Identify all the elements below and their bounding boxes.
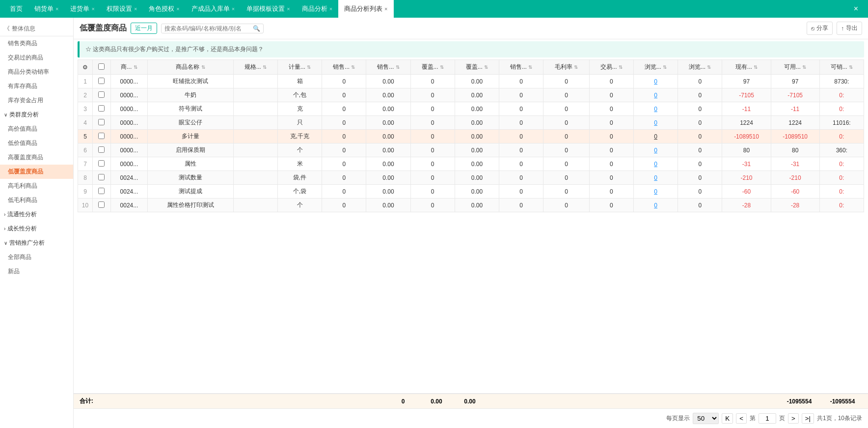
time-filter-button[interactable]: 近一月 (131, 23, 157, 34)
row-checkbox[interactable] (93, 199, 111, 212)
select-all-checkbox[interactable] (98, 63, 105, 70)
col-browse2[interactable]: 浏览... ⇅ (678, 60, 722, 75)
share-button[interactable]: ⎋ 分享 (807, 22, 833, 35)
table-row: 20000...牛奶个,包00.0000.0000000-7105-71050: (78, 88, 864, 102)
row-checkbox[interactable] (93, 88, 111, 102)
nav-template[interactable]: 单据模板设置 × (241, 0, 296, 18)
row-number: 4 (78, 116, 93, 130)
sidebar-item-sales-goods[interactable]: 销售类商品 (0, 36, 73, 51)
col-trade[interactable]: 交易... ⇅ (589, 60, 633, 75)
close-icon[interactable]: × (55, 6, 58, 12)
sidebar-item-traded-goods[interactable]: 交易过的商品 (0, 51, 73, 65)
sidebar-item-low-coverage[interactable]: 低覆盖度商品 (0, 165, 73, 179)
nav-purchase[interactable]: 进货单 × (64, 0, 100, 18)
row-name: 启用保质期 (148, 143, 233, 157)
col-gross-margin[interactable]: 毛利率 ⇅ (543, 60, 590, 75)
first-page-button[interactable]: K (722, 413, 733, 424)
col-name[interactable]: 商品名称 ⇅ (148, 60, 233, 75)
col-available[interactable]: 可用... ⇅ (771, 60, 819, 75)
row-checkbox[interactable] (93, 75, 111, 88)
row-current: -11 (722, 102, 771, 116)
chevron-down-icon: ∨ (4, 112, 7, 117)
nav-home[interactable]: 首页 (4, 0, 28, 18)
row-sellable: 8730: (819, 75, 864, 88)
close-icon[interactable]: × (176, 6, 179, 12)
row-checkbox[interactable] (93, 157, 111, 171)
window-close-button[interactable]: × (848, 4, 864, 13)
row-sales-amt: 0.00 (366, 130, 410, 143)
row-checkbox[interactable] (93, 102, 111, 116)
nav-product-analysis-list[interactable]: 商品分析列表 × (338, 0, 393, 18)
close-icon[interactable]: × (287, 6, 290, 12)
sidebar-item-high-profit[interactable]: 高毛利商品 (0, 179, 73, 193)
nav-sales[interactable]: 销货单 × (28, 0, 64, 18)
col-browse1[interactable]: 浏览... ⇅ (633, 60, 678, 75)
row-select-checkbox[interactable] (98, 105, 105, 112)
main-layout: 《 整体信息 销售类商品 交易过的商品 商品分类动销率 有库存商品 库存资金占用… (0, 18, 868, 428)
row-sales3: 0 (499, 185, 543, 199)
next-page-button[interactable]: > (788, 413, 799, 424)
close-icon[interactable]: × (232, 6, 235, 12)
close-icon[interactable]: × (91, 6, 94, 12)
col-cover2[interactable]: 覆盖... ⇅ (455, 60, 499, 75)
row-select-checkbox[interactable] (98, 174, 105, 180)
sidebar-group-marketing[interactable]: ∨ 营销推广分析 (0, 236, 73, 250)
row-select-checkbox[interactable] (98, 188, 105, 194)
sidebar-group-growth[interactable]: › 成长性分析 (0, 222, 73, 236)
close-icon[interactable]: × (134, 6, 137, 12)
col-unit[interactable]: 计量... ⇅ (277, 60, 322, 75)
col-sales-qty[interactable]: 销售... ⇅ (322, 60, 366, 75)
sidebar-item-stock-capital[interactable]: 库存资金占用 (0, 93, 73, 108)
table-row: 40000...眼宝公仔只00.0000.0000000122412241101… (78, 116, 864, 130)
sidebar-item-high-value[interactable]: 高价值商品 (0, 122, 73, 136)
export-button[interactable]: ↑ 导出 (837, 22, 862, 35)
search-input[interactable] (164, 25, 253, 32)
row-cover2: 0.00 (455, 143, 499, 157)
sidebar-item-all-goods[interactable]: 全部商品 (0, 250, 73, 264)
col-code[interactable]: 商... ⇅ (110, 60, 148, 75)
sidebar-item-new-goods[interactable]: 新品 (0, 264, 73, 279)
col-sales-amt[interactable]: 销售... ⇅ (366, 60, 410, 75)
sidebar-item-high-coverage[interactable]: 高覆盖度商品 (0, 150, 73, 165)
col-settings[interactable]: ⚙ (78, 60, 93, 75)
row-sellable: 0: (819, 171, 864, 185)
row-browse2: 0 (678, 130, 722, 143)
nav-roles[interactable]: 角色授权 × (143, 0, 185, 18)
nav-product-analysis[interactable]: 商品分析 × (296, 0, 338, 18)
col-cover1[interactable]: 覆盖... ⇅ (410, 60, 455, 75)
col-sales3[interactable]: 销售... ⇅ (499, 60, 543, 75)
row-select-checkbox[interactable] (98, 78, 105, 84)
col-sellable[interactable]: 可销... ⇅ (819, 60, 864, 75)
row-browse1: 0 (633, 185, 678, 199)
close-icon[interactable]: × (329, 6, 332, 12)
row-select-checkbox[interactable] (98, 133, 105, 139)
per-page-select[interactable]: 50 20 100 (693, 413, 719, 424)
page-input[interactable] (759, 413, 776, 424)
row-checkbox[interactable] (93, 171, 111, 185)
row-select-checkbox[interactable] (98, 91, 105, 98)
row-current: -210 (722, 171, 771, 185)
sidebar-item-low-value[interactable]: 低价值商品 (0, 136, 73, 150)
close-icon[interactable]: × (384, 6, 387, 12)
sidebar-item-stock-goods[interactable]: 有库存商品 (0, 79, 73, 93)
row-select-checkbox[interactable] (98, 160, 105, 167)
last-page-button[interactable]: >| (802, 413, 814, 424)
row-select-checkbox[interactable] (98, 201, 105, 208)
row-sellable: 360: (819, 143, 864, 157)
col-current[interactable]: 现有... ⇅ (722, 60, 771, 75)
row-checkbox[interactable] (93, 116, 111, 130)
row-checkbox[interactable] (93, 130, 111, 143)
sidebar-group-flow[interactable]: › 流通性分析 (0, 207, 73, 222)
sidebar-item-category-rate[interactable]: 商品分类动销率 (0, 65, 73, 79)
nav-permissions[interactable]: 权限设置 × (101, 0, 143, 18)
sidebar-group-coverage[interactable]: ∨ 类群度分析 (0, 108, 73, 122)
sidebar-item-low-profit[interactable]: 低毛利商品 (0, 193, 73, 207)
prev-page-button[interactable]: < (736, 413, 747, 424)
col-spec[interactable]: 规格... ⇅ (233, 60, 277, 75)
row-select-checkbox[interactable] (98, 119, 105, 125)
sidebar-collapse-btn[interactable]: 《 整体信息 (0, 22, 73, 36)
nav-warehouse[interactable]: 产成品入库单 × (186, 0, 241, 18)
row-select-checkbox[interactable] (98, 146, 105, 153)
row-checkbox[interactable] (93, 143, 111, 157)
row-checkbox[interactable] (93, 185, 111, 199)
